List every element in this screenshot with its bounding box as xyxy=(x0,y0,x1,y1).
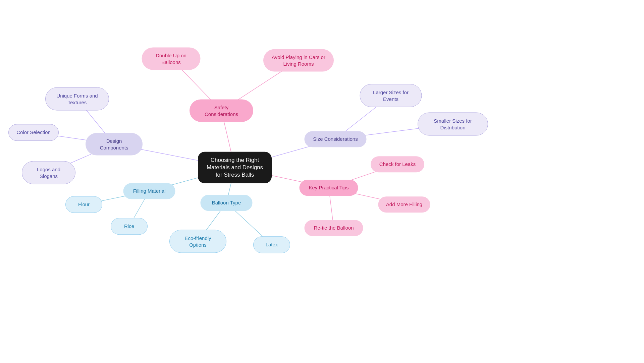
double-up-label: Double Up on Balloons xyxy=(149,52,193,65)
mindmap-container: Choosing the Right Materials and Designs… xyxy=(0,0,644,363)
node-larger-events[interactable]: Larger Sizes for Events xyxy=(360,84,422,107)
node-check-leaks[interactable]: Check for Leaks xyxy=(371,156,424,172)
node-logos-slogans[interactable]: Logos and Slogans xyxy=(22,161,75,184)
design-label: Design Components xyxy=(93,138,135,151)
node-latex[interactable]: Latex xyxy=(253,236,290,253)
check-leaks-label: Check for Leaks xyxy=(379,161,416,168)
size-label: Size Considerations xyxy=(313,136,358,142)
safety-label: Safety Considerations xyxy=(197,104,246,117)
add-filling-label: Add More Filling xyxy=(386,201,422,208)
latex-label: Latex xyxy=(266,241,278,248)
flour-label: Flour xyxy=(78,201,90,208)
node-size[interactable]: Size Considerations xyxy=(305,131,367,147)
filling-label: Filling Material xyxy=(133,188,166,194)
node-avoid-cars[interactable]: Avoid Playing in Cars or Living Rooms xyxy=(263,49,334,72)
color-selection-label: Color Selection xyxy=(16,129,51,136)
node-balloon-type[interactable]: Balloon Type xyxy=(201,195,253,211)
node-safety[interactable]: Safety Considerations xyxy=(190,100,253,122)
node-double-up[interactable]: Double Up on Balloons xyxy=(142,48,201,70)
node-flour[interactable]: Flour xyxy=(65,196,102,213)
smaller-dist-label: Smaller Sizes for Distribution xyxy=(425,118,480,131)
unique-forms-label: Unique Forms and Textures xyxy=(53,93,101,106)
logos-slogans-label: Logos and Slogans xyxy=(30,166,68,179)
avoid-cars-label: Avoid Playing in Cars or Living Rooms xyxy=(271,54,326,67)
node-design[interactable]: Design Components xyxy=(86,133,143,156)
center-label: Choosing the Right Materials and Designs… xyxy=(205,157,264,179)
node-key-tips[interactable]: Key Practical Tips xyxy=(300,180,358,196)
node-eco-friendly[interactable]: Eco-friendly Options xyxy=(169,230,226,253)
balloon-type-label: Balloon Type xyxy=(212,199,241,206)
node-unique-forms[interactable]: Unique Forms and Textures xyxy=(45,87,109,111)
larger-events-label: Larger Sizes for Events xyxy=(368,89,414,102)
node-add-filling[interactable]: Add More Filling xyxy=(378,196,430,213)
eco-friendly-label: Eco-friendly Options xyxy=(177,235,219,248)
center-node: Choosing the Right Materials and Designs… xyxy=(198,152,272,183)
node-rice[interactable]: Rice xyxy=(111,218,148,235)
node-retie[interactable]: Re-tie the Balloon xyxy=(305,220,363,236)
retie-label: Re-tie the Balloon xyxy=(314,225,354,231)
node-filling[interactable]: Filling Material xyxy=(123,183,175,199)
node-color-selection[interactable]: Color Selection xyxy=(8,124,59,141)
rice-label: Rice xyxy=(124,223,134,230)
node-smaller-dist[interactable]: Smaller Sizes for Distribution xyxy=(418,113,488,136)
key-tips-label: Key Practical Tips xyxy=(309,184,348,191)
